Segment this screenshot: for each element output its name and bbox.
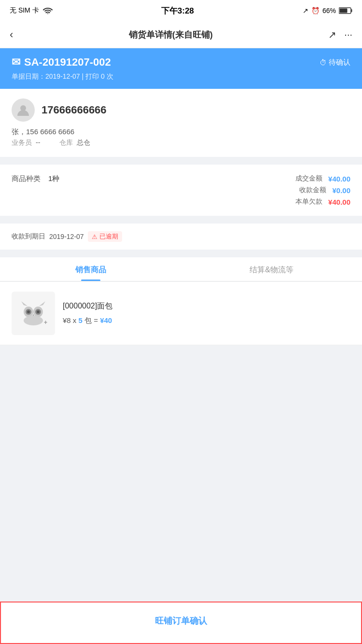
- customer-phone: 17666666666: [42, 104, 107, 116]
- salesperson-label: 业务员: [12, 139, 32, 147]
- svg-point-10: [37, 310, 40, 313]
- price-equals: =: [94, 316, 100, 324]
- avatar: [12, 98, 35, 122]
- customer-card: 17666666666 张，156 6666 6666 业务员 -- 仓库 总仓: [0, 89, 362, 157]
- location-icon: ↗: [303, 7, 308, 14]
- order-icon: ✉: [12, 56, 20, 69]
- amount-row-1: 成交金额 ¥40.00: [295, 174, 350, 183]
- customer-top: 17666666666: [12, 98, 350, 122]
- summary-left-block: 商品种类 1种: [12, 174, 59, 183]
- svg-marker-12: [21, 301, 28, 306]
- price-total: ¥40: [100, 316, 112, 324]
- due-date-value: 2019-12-07: [49, 233, 84, 240]
- order-meta: 单据日期：2019-12-07 | 打印 0 次: [12, 72, 350, 81]
- back-button[interactable]: ‹: [10, 28, 13, 41]
- divider-2: [0, 220, 362, 224]
- due-date-label: 收款到期日: [12, 232, 45, 241]
- divider-3: [0, 253, 362, 257]
- order-banner: ✉ SA-20191207-002 ⏱ 待确认 单据日期：2019-12-07 …: [0, 48, 362, 89]
- status-time: 下午3:28: [161, 5, 194, 16]
- warning-icon: ⚠: [92, 233, 97, 240]
- product-thumbnail: +: [12, 292, 55, 335]
- order-id: ✉ SA-20191207-002: [12, 56, 111, 69]
- battery-icon: [339, 7, 352, 14]
- alarm-icon: ⏰: [311, 7, 320, 14]
- customer-info: 17666666666: [42, 104, 107, 116]
- amount-label: 成交金额: [295, 174, 322, 183]
- warehouse-label: 仓库: [59, 139, 73, 147]
- status-bar: 无 SIM 卡 下午3:28 ↗ ⏰ 66%: [0, 0, 362, 21]
- order-status: ⏱ 待确认: [320, 58, 350, 67]
- price-separator: x: [73, 316, 79, 324]
- status-left: 无 SIM 卡: [10, 6, 53, 15]
- status-right: ↗ ⏰ 66%: [303, 7, 352, 14]
- summary-right-block: 成交金额 ¥40.00 收款金额 ¥0.00 本单欠款 ¥40.00: [295, 174, 350, 206]
- product-info: [0000002]面包 ¥8 x 5 包 = ¥40: [63, 301, 350, 325]
- confirm-order-button[interactable]: 旺铺订单确认: [15, 608, 347, 633]
- confirm-button-wrap: 旺铺订单确认: [0, 602, 362, 644]
- warehouse-detail: 仓库 总仓: [59, 139, 90, 147]
- received-label: 收款金额: [299, 186, 326, 195]
- amount-row-2: 收款金额 ¥0.00: [299, 186, 350, 195]
- product-price: ¥8 x 5 包 = ¥40: [63, 316, 350, 325]
- bottom-area: [0, 345, 362, 461]
- type-count: 1种: [48, 174, 59, 183]
- debt-label: 本单欠款: [295, 197, 322, 206]
- no-sim-text: 无 SIM 卡: [10, 6, 39, 15]
- price-qty: 5: [79, 316, 83, 324]
- amount-value: ¥40.00: [328, 175, 350, 183]
- wifi-icon: [43, 7, 53, 14]
- overdue-badge: ⚠ 已逾期: [88, 231, 122, 242]
- order-banner-top: ✉ SA-20191207-002 ⏱ 待确认: [12, 56, 350, 69]
- warehouse-value: 总仓: [77, 139, 90, 147]
- tabs-container: 销售商品 结算&物流等: [0, 257, 362, 281]
- debt-value: ¥40.00: [328, 198, 350, 206]
- status-clock-icon: ⏱: [320, 58, 327, 67]
- product-item: + [0000002]面包 ¥8 x 5 包 = ¥40: [0, 282, 362, 345]
- due-date-card: 收款到期日 2019-12-07 ⚠ 已逾期: [0, 224, 362, 250]
- customer-details: 业务员 -- 仓库 总仓: [12, 139, 350, 147]
- product-list: + [0000002]面包 ¥8 x 5 包 = ¥40: [0, 282, 362, 345]
- overdue-text: 已逾期: [99, 232, 118, 241]
- svg-rect-2: [351, 9, 352, 12]
- tab-settlement[interactable]: 结算&物流等: [181, 257, 362, 281]
- product-thumb-image: +: [19, 301, 48, 325]
- page-title: 销货单详情(来自旺铺): [129, 29, 213, 41]
- svg-text:+: +: [44, 319, 47, 325]
- share-button[interactable]: ↗: [328, 29, 336, 41]
- svg-marker-13: [39, 301, 45, 306]
- customer-name: 张，156 6666 6666: [12, 127, 350, 137]
- divider-1: [0, 161, 362, 165]
- svg-point-9: [27, 310, 30, 313]
- avatar-icon: [16, 103, 30, 117]
- nav-actions: ↗ ···: [328, 29, 352, 41]
- svg-point-14: [24, 316, 43, 325]
- nav-bar: ‹ 销货单详情(来自旺铺) ↗ ···: [0, 21, 362, 48]
- salesperson-detail: 业务员 --: [12, 139, 40, 147]
- battery-text: 66%: [322, 7, 336, 14]
- price-value: ¥8: [63, 316, 71, 324]
- svg-point-0: [47, 14, 48, 14]
- type-label: 商品种类: [12, 174, 41, 183]
- amount-row-3: 本单欠款 ¥40.00: [295, 197, 350, 206]
- more-button[interactable]: ···: [344, 29, 352, 40]
- price-unit: 包: [84, 316, 92, 324]
- summary-row: 商品种类 1种 成交金额 ¥40.00 收款金额 ¥0.00 本单欠款 ¥40.…: [12, 174, 350, 206]
- tab-sales[interactable]: 销售商品: [0, 257, 181, 281]
- received-value: ¥0.00: [332, 186, 350, 195]
- product-name: [0000002]面包: [63, 301, 350, 311]
- svg-rect-3: [339, 9, 347, 13]
- salesperson-value: --: [36, 139, 40, 147]
- summary-card: 商品种类 1种 成交金额 ¥40.00 收款金额 ¥0.00 本单欠款 ¥40.…: [0, 165, 362, 216]
